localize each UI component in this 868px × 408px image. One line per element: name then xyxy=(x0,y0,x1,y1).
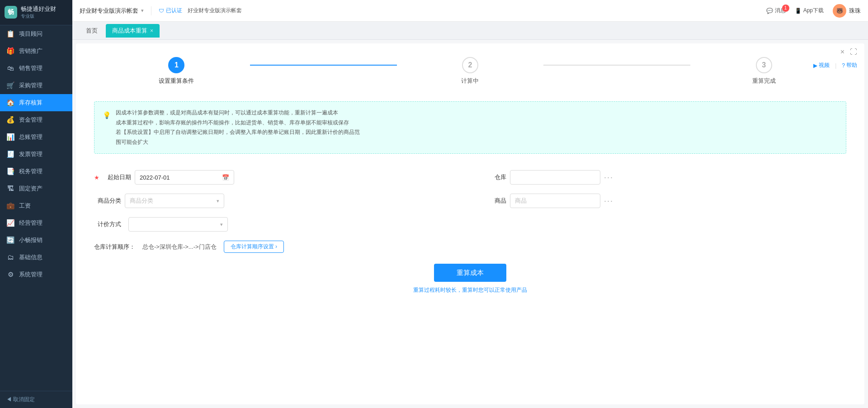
username: 珠珠 xyxy=(849,7,861,15)
inventory-icon: 🏠 xyxy=(6,99,14,107)
step-connector-1-2 xyxy=(250,65,397,66)
sidebar-item-label: 采购管理 xyxy=(19,81,42,90)
expense-icon: 🔄 xyxy=(6,236,14,244)
sidebar-item-label: 总账管理 xyxy=(19,133,42,141)
message-icon: 💬 xyxy=(766,8,773,14)
recalc-button[interactable]: 重算成本 xyxy=(434,264,506,282)
warehouse-more-button[interactable]: ··· xyxy=(604,173,613,182)
sidebar-unpin-button[interactable]: ◀ 取消固定 xyxy=(0,391,72,408)
steps-container: 1 设置重算条件 2 计算中 3 重算完成 xyxy=(76,43,864,94)
sidebar-item-inventory[interactable]: 🏠 库存核算 xyxy=(0,94,72,111)
user-menu[interactable]: 🐻 珠珠 xyxy=(833,4,861,18)
start-date-input[interactable]: 2022-07-01 📅 xyxy=(135,170,234,185)
pricing-select[interactable]: ▾ xyxy=(128,217,228,232)
tabs-bar: 首页 商品成本重算 × xyxy=(72,22,868,40)
topbar: 好业财专业版演示帐套 ▾ 🛡 已认证 好业财专业版演示帐套 💬 消息 1 📱 A… xyxy=(72,0,868,22)
sidebar-item-label: 库存核算 xyxy=(19,99,42,107)
sidebar-item-label: 项目顾问 xyxy=(19,30,42,38)
warehouse-order-settings-button[interactable]: 仓库计算顺序设置 › xyxy=(224,241,284,253)
topbar-actions: 💬 消息 1 📱 App下载 🐻 珠珠 xyxy=(766,4,861,18)
tab-cost-recalc[interactable]: 商品成本重算 × xyxy=(106,24,160,38)
step-2-label: 计算中 xyxy=(461,77,479,85)
app-download-label: App下载 xyxy=(803,7,824,14)
project-icon: 📋 xyxy=(6,30,14,38)
warehouse-input[interactable] xyxy=(510,170,600,185)
sidebar-item-label: 经营管理 xyxy=(19,219,42,227)
finance-icon: 💰 xyxy=(6,116,14,124)
goods-more-button[interactable]: ··· xyxy=(604,196,613,206)
app-edition: 专业版 xyxy=(21,13,56,19)
goods-field: 商品 商品 ··· xyxy=(479,194,846,208)
app-name-block: 畅捷通好业财 专业版 xyxy=(21,5,56,19)
warehouse-order-label: 仓库计算顺序： xyxy=(94,243,135,251)
sidebar-item-operations[interactable]: 📈 经营管理 xyxy=(0,214,72,232)
goods-label: 商品 xyxy=(479,197,506,205)
start-date-field: ★ 起始日期 2022-07-01 📅 xyxy=(94,170,461,185)
app-logo-icon: 畅 xyxy=(5,6,17,19)
sidebar-item-label: 销售管理 xyxy=(19,64,42,72)
sales-icon: 🛍 xyxy=(6,64,14,72)
step-2: 2 计算中 xyxy=(397,57,544,85)
purchase-icon: 🛒 xyxy=(6,81,14,90)
app-download-button[interactable]: 📱 App下载 xyxy=(795,7,824,14)
sidebar-item-finance[interactable]: 💰 资金管理 xyxy=(0,111,72,128)
recalc-hint: 重算过程耗时较长，重算时您可以正常使用产品 xyxy=(413,286,527,294)
sidebar-item-label: 税务管理 xyxy=(19,167,42,176)
account-selector[interactable]: 好业财专业版演示帐套 ▾ xyxy=(80,7,144,15)
sidebar-item-label: 发票管理 xyxy=(19,150,42,158)
sidebar-item-invoice[interactable]: 🧾 发票管理 xyxy=(0,146,72,163)
goods-placeholder: 商品 xyxy=(515,197,527,205)
category-placeholder: 商品分类 xyxy=(130,197,153,205)
category-label: 商品分类 xyxy=(94,197,121,205)
tab-close-icon[interactable]: × xyxy=(150,28,153,34)
sidebar-item-basic[interactable]: 🗂 基础信息 xyxy=(0,249,72,266)
main-area: 好业财专业版演示帐套 ▾ 🛡 已认证 好业财专业版演示帐套 💬 消息 1 📱 A… xyxy=(72,0,868,408)
basic-icon: 🗂 xyxy=(6,253,14,261)
warehouse-order-row: 仓库计算顺序： 总仓->深圳仓库->...->门店仓 仓库计算顺序设置 › xyxy=(94,241,846,253)
start-date-value: 2022-07-01 xyxy=(140,174,218,181)
close-window-button[interactable]: × xyxy=(840,48,844,56)
app-name: 畅捷通好业财 xyxy=(21,5,56,13)
sidebar-item-salary[interactable]: 💼 工资 xyxy=(0,197,72,214)
sidebar-item-expense[interactable]: 🔄 小畅报销 xyxy=(0,232,72,249)
sidebar-item-purchase[interactable]: 🛒 采购管理 xyxy=(0,77,72,94)
info-line-3: 若【系统设置】中启用了自动调整记账日期时，会调整入库单的整单记账日期，因此重新计… xyxy=(116,128,360,138)
sidebar-item-label: 资金管理 xyxy=(19,116,42,124)
operations-icon: 📈 xyxy=(6,219,14,227)
step-1-circle: 1 xyxy=(168,57,184,73)
sidebar-item-marketing[interactable]: 🎁 营销推广 xyxy=(0,43,72,60)
warehouse-field: 仓库 ··· xyxy=(479,170,846,185)
pricing-label: 计价方式 xyxy=(94,220,121,228)
sidebar-item-system[interactable]: ⚙ 系统管理 xyxy=(0,266,72,283)
sidebar-item-label: 营销推广 xyxy=(19,47,42,55)
calendar-icon[interactable]: 📅 xyxy=(222,174,229,181)
form-row-2: 商品分类 商品分类 ▾ 商品 商品 ··· xyxy=(94,194,846,208)
warehouse-label: 仓库 xyxy=(479,173,506,181)
invoice-icon: 🧾 xyxy=(6,150,14,158)
recalc-button-label: 重算成本 xyxy=(457,269,484,276)
marketing-icon: 🎁 xyxy=(6,47,14,55)
phone-icon: 📱 xyxy=(795,8,802,14)
sidebar: 畅 畅捷通好业财 专业版 📋 项目顾问 🎁 营销推广 🛍 销售管理 🛒 采购管理… xyxy=(0,0,72,408)
step-3-circle: 3 xyxy=(756,57,772,73)
step-2-circle: 2 xyxy=(462,57,478,73)
tab-home[interactable]: 首页 xyxy=(80,24,104,38)
sidebar-item-project[interactable]: 📋 项目顾问 xyxy=(0,25,72,43)
active-tab-label: 商品成本重算 xyxy=(112,27,147,35)
sidebar-item-sales[interactable]: 🛍 销售管理 xyxy=(0,60,72,77)
sidebar-item-assets[interactable]: 🏗 固定资产 xyxy=(0,180,72,197)
chevron-down-icon: ▾ xyxy=(141,8,144,14)
sidebar-item-accounting[interactable]: 📊 总账管理 xyxy=(0,128,72,146)
chevron-down-icon: ▾ xyxy=(220,222,223,228)
step-1: 1 设置重算条件 xyxy=(103,57,250,85)
goods-input[interactable]: 商品 xyxy=(510,194,600,208)
step-1-label: 设置重算条件 xyxy=(159,77,194,85)
message-button[interactable]: 💬 消息 1 xyxy=(766,7,786,14)
category-select[interactable]: 商品分类 ▾ xyxy=(125,194,224,208)
expand-window-button[interactable]: ⛶ xyxy=(850,48,857,56)
form-row-pricing: 计价方式 ▾ xyxy=(94,217,846,232)
sidebar-header: 畅 畅捷通好业财 专业版 xyxy=(0,0,72,25)
verified-label: 已认证 xyxy=(166,7,182,14)
sidebar-item-tax[interactable]: 📑 税务管理 xyxy=(0,163,72,180)
account-name: 好业财专业版演示帐套 xyxy=(80,7,138,15)
